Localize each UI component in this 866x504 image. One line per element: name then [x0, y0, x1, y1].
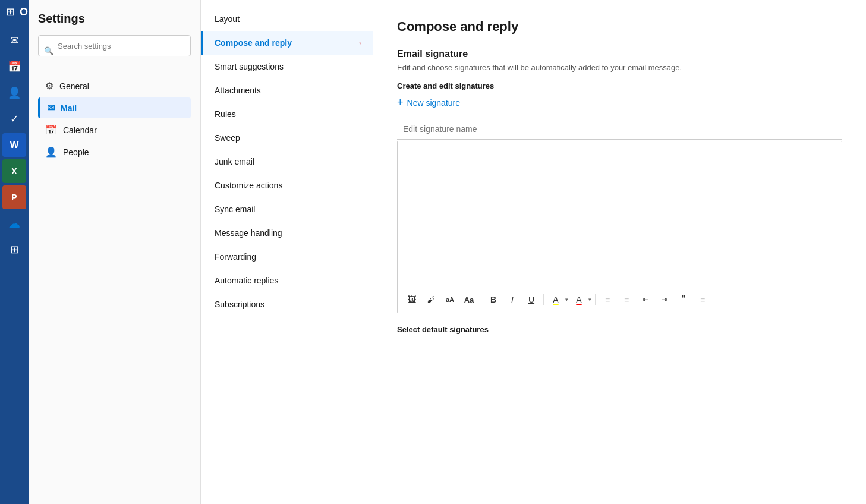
signature-editor[interactable]: 🖼 🖌 aA Aa B I U A ▾ A ▾	[397, 141, 842, 313]
bullet-list-button[interactable]: ≡	[599, 291, 616, 308]
nav-item-general[interactable]: ⚙ General	[38, 75, 191, 96]
middle-item-forwarding[interactable]: Forwarding	[201, 245, 373, 269]
email-sig-title: Email signature	[397, 49, 842, 59]
highlight-button[interactable]: A	[547, 291, 564, 308]
quote-button[interactable]: "	[675, 291, 692, 308]
sidebar-calendar-icon[interactable]: 📅	[2, 55, 26, 78]
font-color-dropdown[interactable]: A ▾	[571, 291, 591, 308]
middle-item-layout[interactable]: Layout	[201, 24, 373, 31]
highlight-chevron[interactable]: ▾	[565, 297, 568, 303]
toolbar-separator-3	[595, 294, 596, 305]
sidebar-people-icon[interactable]: 👤	[2, 81, 26, 105]
create-edit-label: Create and edit signatures	[397, 81, 842, 90]
middle-item-subscriptions[interactable]: Subscriptions	[201, 292, 373, 316]
plus-icon: +	[397, 96, 404, 109]
settings-left-panel: Settings 🔍 ⚙ General ✉ Mail 📅 Calendar 👤…	[29, 24, 201, 504]
font-color-button[interactable]: A	[571, 291, 587, 308]
toolbar-separator-2	[543, 294, 544, 305]
search-wrapper: 🔍	[38, 35, 191, 66]
sidebar-onedrive-icon[interactable]: ☁	[2, 212, 26, 235]
sidebar-powerpoint-icon[interactable]: P	[2, 185, 26, 209]
select-default-label: Select default signatures	[397, 325, 842, 334]
middle-item-rules[interactable]: Rules	[201, 102, 373, 126]
indent-left-button[interactable]: ⇤	[637, 291, 654, 308]
underline-button[interactable]: U	[523, 291, 540, 308]
font-grow-button[interactable]: Aa	[461, 291, 477, 308]
insert-image-button[interactable]: 🖼	[404, 291, 420, 308]
page-title: Compose and reply	[397, 24, 842, 34]
email-sig-desc: Edit and choose signatures that will be …	[397, 63, 842, 72]
nav-item-people[interactable]: 👤 People	[38, 141, 191, 162]
indent-right-button[interactable]: ⇥	[656, 291, 673, 308]
settings-panel: Settings 🔍 ⚙ General ✉ Mail 📅 Calendar 👤…	[29, 24, 866, 504]
bold-button[interactable]: B	[485, 291, 502, 308]
general-icon: ⚙	[45, 80, 53, 92]
settings-middle-panel: Layout Compose and reply ← Smart suggest…	[201, 24, 373, 504]
middle-item-sweep[interactable]: Sweep	[201, 126, 373, 150]
number-list-button[interactable]: ≡	[618, 291, 635, 308]
settings-title: Settings	[38, 24, 191, 26]
clear-format-button[interactable]: 🖌	[423, 291, 439, 308]
icon-sidebar: ✉ 📅 👤 ✓ W X P ☁ ⊞	[0, 24, 29, 504]
middle-item-message[interactable]: Message handling	[201, 221, 373, 245]
highlight-dropdown[interactable]: A ▾	[547, 291, 568, 308]
middle-item-customize[interactable]: Customize actions	[201, 174, 373, 197]
middle-item-junk[interactable]: Junk email	[201, 150, 373, 174]
compose-arrow: ←	[357, 37, 367, 48]
settings-content-area: Compose and reply Email signature Edit a…	[373, 24, 866, 504]
middle-item-sync[interactable]: Sync email	[201, 197, 373, 221]
search-icon: 🔍	[44, 46, 53, 55]
font-shrink-button[interactable]: aA	[442, 291, 458, 308]
italic-button[interactable]: I	[504, 291, 521, 308]
align-button[interactable]: ≡	[694, 291, 711, 308]
sidebar-excel-icon[interactable]: X	[2, 159, 26, 183]
new-signature-label: New signature	[407, 98, 461, 108]
middle-item-attachments[interactable]: Attachments	[201, 78, 373, 102]
sidebar-mail-icon[interactable]: ✉	[2, 29, 26, 52]
signature-text-area[interactable]	[398, 141, 842, 283]
nav-item-calendar[interactable]: 📅 Calendar	[38, 119, 191, 140]
calendar-icon: 📅	[45, 124, 57, 136]
sidebar-check-icon[interactable]: ✓	[2, 107, 26, 131]
settings-search-input[interactable]	[38, 35, 191, 56]
grid-icon[interactable]: ⊞	[6, 5, 15, 18]
nav-item-mail[interactable]: ✉ Mail	[38, 97, 191, 118]
font-color-chevron[interactable]: ▾	[588, 297, 591, 303]
middle-item-compose[interactable]: Compose and reply ←	[201, 31, 373, 55]
signature-name-input[interactable]	[397, 118, 842, 140]
new-signature-button[interactable]: + New signature	[397, 96, 460, 109]
signature-toolbar: 🖼 🖌 aA Aa B I U A ▾ A ▾	[398, 286, 842, 313]
middle-item-autoreplies[interactable]: Automatic replies	[201, 269, 373, 292]
mail-icon: ✉	[47, 102, 55, 114]
sidebar-apps-icon[interactable]: ⊞	[2, 238, 26, 262]
middle-item-smart[interactable]: Smart suggestions	[201, 55, 373, 78]
people-icon: 👤	[45, 146, 57, 158]
sidebar-word-icon[interactable]: W	[2, 133, 26, 157]
main-layout: ✉ 📅 👤 ✓ W X P ☁ ⊞ Settings 🔍 ⚙ General ✉…	[0, 24, 866, 504]
toolbar-separator-1	[481, 294, 481, 305]
